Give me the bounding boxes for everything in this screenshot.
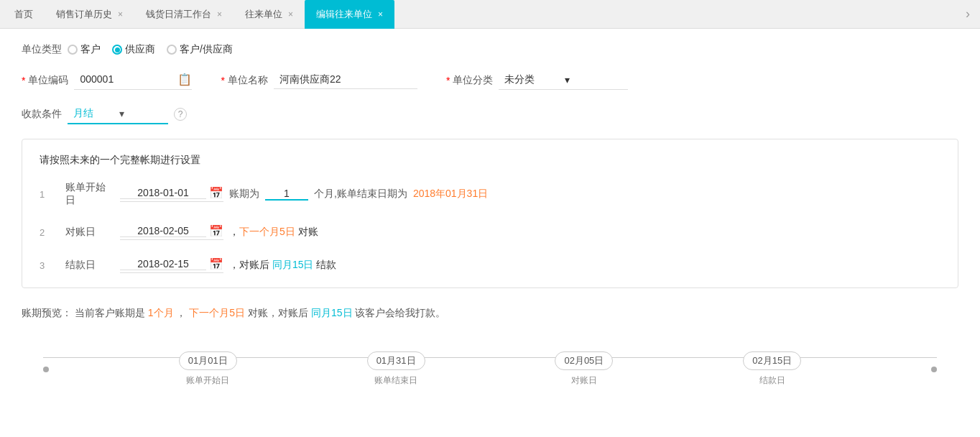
preview-text: 账期预览： 当前客户账期是 1个月 ， 下一个月5日 对账，对账后 同月15日 … (22, 307, 958, 320)
period-suffix-mid-1: 个月,账单结束日期为 (314, 188, 407, 201)
timeline-pill-4: 02月15日 (743, 351, 801, 370)
tab-sales-history-label: 销售订单历史 (56, 8, 112, 21)
tab-sales-history[interactable]: 销售订单历史 × (45, 0, 134, 29)
unit-code-icon[interactable]: 📋 (177, 73, 192, 86)
period-row-3: 3 结款日 📅 ，对账后 同月15日 结款 (40, 257, 940, 273)
period-suffix-2-highlight: 下一个月5日 (239, 226, 295, 237)
period-date-input-3-wrap: 📅 (120, 257, 223, 273)
unit-name-star: * (221, 75, 224, 86)
unit-code-field: * 单位编码 📋 (22, 70, 192, 90)
period-end-date-1: 2018年01月31日 (413, 188, 488, 201)
tab-edit-partner-label: 编辑往来单位 (316, 8, 372, 21)
unit-name-input[interactable] (274, 71, 417, 89)
period-label-2: 对账日 (65, 226, 108, 239)
preview-text-end: 该客户会给我打款。 (355, 307, 445, 318)
period-cal-2-icon[interactable]: 📅 (209, 224, 223, 238)
preview-highlight-1: 1个月 (148, 307, 174, 318)
period-box: 请按照未来的一个完整帐期进行设置 1 账单开始日 📅 账期为 个月,账单结束日期… (22, 139, 958, 288)
period-date-input-2-wrap: 📅 (120, 224, 223, 240)
radio-customer[interactable]: 客户 (68, 43, 101, 56)
period-num-2: 2 (40, 227, 54, 238)
period-num-1: 1 (40, 189, 54, 200)
radio-supplier[interactable]: 供应商 (112, 43, 155, 56)
timeline-pill-3: 02月05日 (555, 351, 613, 370)
period-date-input-3[interactable] (120, 258, 206, 270)
period-row-1: 1 账单开始日 📅 账期为 个月,账单结束日期为 2018年01月31日 (40, 181, 940, 207)
close-edit-partner-icon[interactable]: × (378, 9, 383, 19)
unit-name-field: * 单位名称 (221, 71, 417, 89)
close-cashflow-icon[interactable]: × (217, 9, 222, 19)
radio-customer-label: 客户 (80, 43, 101, 56)
radio-customer-circle (68, 45, 78, 55)
radio-both-label: 客户/供应商 (180, 43, 233, 56)
unit-name-label: 单位名称 (228, 74, 268, 87)
unit-code-input[interactable] (74, 70, 175, 88)
payment-terms-dropdown[interactable]: 月结 ▾ (68, 104, 168, 124)
tab-more-button[interactable]: › (958, 6, 977, 22)
period-row-2: 2 对账日 📅 ，下一个月5日 对账 (40, 224, 940, 240)
timeline-end-dot (931, 351, 937, 387)
payment-terms-row: 收款条件 月结 ▾ ? (22, 104, 958, 124)
tab-cashflow-label: 钱货日清工作台 (146, 8, 211, 21)
payment-terms-arrow-icon: ▾ (119, 108, 162, 119)
timeline-label-1: 账单开始日 (186, 374, 229, 387)
help-icon[interactable]: ? (174, 108, 187, 121)
period-suffix-3: ，对账后 同月15日 结款 (229, 259, 336, 272)
timeline-point-4: 02月15日 结款日 (743, 351, 801, 387)
preview-text-pre: 当前客户账期是 (75, 307, 145, 318)
close-sales-history-icon[interactable]: × (118, 9, 123, 19)
timeline-pill-1: 01月01日 (179, 351, 237, 370)
period-input-group-3: 📅 ，对账后 同月15日 结款 (120, 257, 336, 273)
period-date-input-1[interactable] (120, 187, 206, 199)
unit-code-label: 单位编码 (28, 74, 68, 87)
tab-partner-label: 往来单位 (245, 8, 282, 21)
unit-code-star: * (22, 75, 25, 86)
period-label-1: 账单开始日 (65, 181, 108, 207)
period-cal-1-icon[interactable]: 📅 (209, 186, 223, 200)
tab-cashflow[interactable]: 钱货日清工作台 × (134, 0, 234, 29)
period-num-input-1[interactable] (265, 188, 308, 201)
radio-supplier-circle (112, 45, 122, 55)
tab-home[interactable]: 首页 (3, 0, 45, 29)
payment-terms-value: 月结 (73, 107, 116, 120)
period-input-group-2: 📅 ，下一个月5日 对账 (120, 224, 318, 240)
unit-category-star: * (446, 75, 450, 86)
period-suffix-2: ，下一个月5日 对账 (229, 226, 318, 239)
timeline-point-3: 02月05日 对账日 (555, 351, 613, 387)
period-label-3: 结款日 (65, 259, 108, 272)
period-date-input-2[interactable] (120, 225, 206, 237)
preview-label: 账期预览： (22, 307, 72, 318)
main-content: 单位类型 客户 供应商 客户/供应商 * 单位编码 (0, 29, 980, 437)
timeline-label-3: 对账日 (571, 374, 597, 387)
timeline-start-dot (43, 351, 49, 387)
period-suffix-pre-1: 账期为 (229, 188, 259, 201)
timeline-label-2: 账单结束日 (374, 374, 417, 387)
timeline-point-1: 01月01日 账单开始日 (179, 351, 237, 387)
period-input-group-1: 📅 账期为 个月,账单结束日期为 2018年01月31日 (120, 186, 488, 202)
period-cal-3-icon[interactable]: 📅 (209, 257, 223, 271)
timeline-points: 01月01日 账单开始日 01月31日 账单结束日 02月05日 对账日 02月… (43, 351, 937, 387)
tab-partner[interactable]: 往来单位 × (234, 0, 305, 29)
timeline-left-end-dot (43, 367, 49, 372)
tab-edit-partner[interactable]: 编辑往来单位 × (305, 0, 394, 29)
timeline-point-2: 01月31日 账单结束日 (367, 351, 425, 387)
preview-highlight-3: 同月15日 (311, 307, 353, 318)
radio-both[interactable]: 客户/供应商 (167, 43, 233, 56)
unit-type-field: 单位类型 客户 供应商 客户/供应商 (22, 43, 233, 56)
radio-supplier-label: 供应商 (125, 43, 155, 56)
unit-info-row: * 单位编码 📋 * 单位名称 * 单位分类 未分类 ▾ (22, 70, 958, 90)
radio-group: 客户 供应商 客户/供应商 (68, 43, 233, 56)
close-partner-icon[interactable]: × (288, 9, 293, 19)
payment-terms-field: 收款条件 月结 ▾ ? (22, 104, 187, 124)
unit-code-input-wrap: 📋 (74, 70, 192, 90)
period-title: 请按照未来的一个完整帐期进行设置 (40, 154, 940, 167)
timeline: 01月01日 账单开始日 01月31日 账单结束日 02月05日 对账日 02月… (22, 337, 958, 401)
preview-text-mid: ， (176, 307, 186, 318)
timeline-pill-2: 01月31日 (367, 351, 425, 370)
unit-category-arrow-icon: ▾ (565, 74, 622, 86)
unit-category-dropdown[interactable]: 未分类 ▾ (499, 70, 628, 90)
unit-category-value: 未分类 (504, 73, 562, 86)
preview-text-mid2: 对账，对账后 (248, 307, 308, 318)
tab-bar: 首页 销售订单历史 × 钱货日清工作台 × 往来单位 × 编辑往来单位 × › (0, 0, 980, 29)
unit-type-label: 单位类型 (22, 43, 62, 56)
